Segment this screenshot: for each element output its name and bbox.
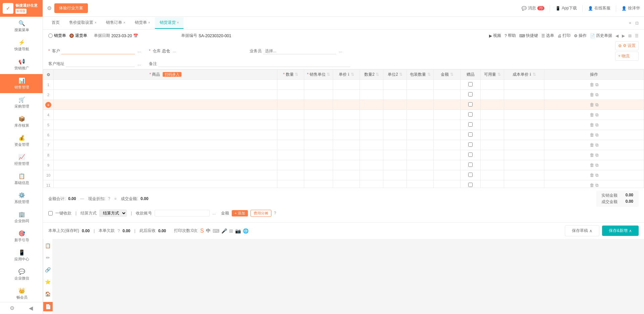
sale-unit-sort-icon[interactable]: ⇅ <box>327 72 330 77</box>
row-11-copy-btn[interactable]: ⧉ <box>595 183 598 188</box>
select-btn[interactable]: ☰ 选单 <box>541 33 554 39</box>
available-sort-icon[interactable]: ⇅ <box>497 72 501 77</box>
sidebar-collapse-btn[interactable]: ◀ <box>29 305 33 311</box>
bottom-icon-6[interactable]: 📷 <box>235 228 241 234</box>
qty-sort-icon[interactable]: ⇅ <box>295 72 298 77</box>
row-4-copy-btn[interactable]: ⧉ <box>595 112 598 118</box>
row-2-cost[interactable] <box>504 90 544 100</box>
right-panel-icon-6[interactable]: 📄 <box>43 302 53 311</box>
sidebar-item-enterprise[interactable]: 🏢 企业协同 <box>0 208 43 227</box>
radio-sale-single[interactable]: 销货单 <box>48 33 66 39</box>
row-1-gift-checkbox[interactable] <box>468 82 473 86</box>
row-3-available[interactable] <box>481 100 504 110</box>
unit2-sort-icon[interactable]: ⇅ <box>399 72 402 77</box>
sidebar-item-finance[interactable]: 💰 资金管理 <box>0 131 43 150</box>
staff-input[interactable] <box>263 48 336 54</box>
row-8-gift-checkbox[interactable] <box>468 152 473 157</box>
tab-close-sale-price[interactable]: × <box>95 21 97 24</box>
sidebar-item-member[interactable]: 👑 畅会员 <box>0 284 43 302</box>
bottom-icon-2[interactable]: 中 <box>206 228 211 234</box>
settlement-method-select[interactable]: 结算方式 <box>99 209 127 217</box>
row-3-copy-btn[interactable]: ⧉ <box>595 102 598 108</box>
right-panel-icon-5[interactable]: 🏠 <box>44 290 52 298</box>
row-2-amount[interactable] <box>434 90 461 100</box>
row-3-unit2[interactable] <box>383 100 407 110</box>
tab-sale-return[interactable]: 销货退货 × <box>155 17 184 29</box>
row-7-gift-checkbox[interactable] <box>468 142 473 147</box>
prev-record-btn[interactable]: ◀ <box>615 34 619 38</box>
row-1-product[interactable] <box>54 80 277 90</box>
row-6-gift-checkbox[interactable] <box>468 132 473 137</box>
row-10-copy-btn[interactable]: ⧉ <box>595 173 598 178</box>
row-1-amount[interactable] <box>434 80 461 90</box>
col-settings[interactable]: ⚙ <box>43 70 54 80</box>
row-4-delete-btn[interactable]: 🗑 <box>590 112 594 117</box>
tab-sale-delivery[interactable]: 销货单 × <box>130 17 155 29</box>
row-1-delete-btn[interactable]: 🗑 <box>590 82 594 87</box>
fee-help-icon[interactable]: ? <box>274 211 276 215</box>
row-9-gift-checkbox[interactable] <box>468 163 473 167</box>
sidebar-item-purchase[interactable]: 🛒 采购管理 <box>0 93 43 112</box>
row-3-product[interactable] <box>54 100 277 110</box>
history-btn[interactable]: 📄 历史单据 <box>590 33 612 39</box>
row-2-qty2[interactable] <box>360 90 383 100</box>
row-3-cost[interactable] <box>504 100 544 110</box>
row-2-delete-btn[interactable]: 🗑 <box>590 92 594 97</box>
sidebar-item-quick-nav[interactable]: ⚡ 快捷导航 <box>0 36 43 55</box>
row-5-copy-btn[interactable]: ⧉ <box>595 122 598 128</box>
row-2-copy-btn[interactable]: ⧉ <box>595 92 598 98</box>
amount-sort-icon[interactable]: ⇅ <box>450 72 453 77</box>
help-btn[interactable]: ? 帮助 <box>504 33 516 39</box>
right-panel-icon-2[interactable]: ✏ <box>45 254 51 262</box>
row-6-copy-btn[interactable]: ⧉ <box>595 132 598 138</box>
scan-input-btn[interactable]: 扫码录入 <box>163 72 181 77</box>
row-1-cost[interactable] <box>504 80 544 90</box>
row-10-delete-btn[interactable]: 🗑 <box>590 173 594 178</box>
settings-btn[interactable]: ⚙ ⚙ 设置 <box>615 41 639 50</box>
row-1-sale-unit[interactable] <box>304 80 333 90</box>
row-3-qty2[interactable] <box>360 100 383 110</box>
address-select-btn[interactable]: ... <box>136 62 142 66</box>
row-1-gift[interactable] <box>461 80 481 90</box>
row-2-price[interactable] <box>333 90 360 100</box>
row-2-product[interactable] <box>54 90 277 100</box>
row-3-gift-checkbox[interactable] <box>468 102 473 107</box>
column-settings-icon[interactable]: ⚙ <box>47 72 50 77</box>
row-11-delete-btn[interactable]: 🗑 <box>590 183 594 188</box>
close-all-tabs-btn[interactable]: × <box>628 20 633 26</box>
bottom-icon-4[interactable]: 🎤 <box>221 228 227 234</box>
topbar-settings-icon[interactable]: ⚙ <box>47 5 52 11</box>
trial-button[interactable]: 体验行业方案 <box>54 3 88 13</box>
customer-input[interactable] <box>61 48 135 54</box>
row-9-delete-btn[interactable]: 🗑 <box>590 163 594 168</box>
cost-info-icon[interactable]: ℹ <box>530 72 531 77</box>
row-1-unit2[interactable] <box>383 80 407 90</box>
row-7-copy-btn[interactable]: ⧉ <box>595 142 598 148</box>
cost-sort-icon[interactable]: ⇅ <box>533 72 536 77</box>
radio-return-single[interactable]: 退货单 <box>69 33 87 39</box>
qty2-sort-icon[interactable]: ⇅ <box>376 72 379 77</box>
row-4-gift-checkbox[interactable] <box>468 112 473 117</box>
online-service-button[interactable]: 👤 在线客服 <box>588 5 610 11</box>
row-3-product-input[interactable] <box>56 103 275 107</box>
row-8-copy-btn[interactable]: ⧉ <box>595 152 598 158</box>
app-download-button[interactable]: 📱 App下载 <box>555 5 577 11</box>
row-7-delete-btn[interactable]: 🗑 <box>590 142 594 147</box>
right-panel-icon-1[interactable]: 📋 <box>44 242 52 250</box>
pkg-sort-icon[interactable]: ⇅ <box>427 72 431 77</box>
staff-select-btn[interactable]: ... <box>337 49 343 53</box>
save-draft-button[interactable]: 保存草稿 ∧ <box>565 225 599 236</box>
remark-input[interactable] <box>158 61 350 67</box>
grid-view-btn[interactable]: ⊞ <box>628 34 632 38</box>
sidebar-item-operations[interactable]: 📈 经营管理 <box>0 150 43 170</box>
row-2-unit2[interactable] <box>383 90 407 100</box>
bottom-icon-7[interactable]: 🌐 <box>243 228 249 234</box>
sidebar-item-guide[interactable]: 🎯 新手引导 <box>0 227 43 246</box>
next-record-btn[interactable]: ▶ <box>622 34 625 38</box>
user-button[interactable]: 👤 徐泽华 <box>622 5 640 11</box>
tab-close-sale-order[interactable]: × <box>123 21 125 24</box>
single-debt-help-icon[interactable]: ? <box>117 229 120 233</box>
row-1-price[interactable] <box>333 80 360 90</box>
row-3-amount[interactable] <box>434 100 461 110</box>
row-1-qty[interactable] <box>277 80 304 90</box>
